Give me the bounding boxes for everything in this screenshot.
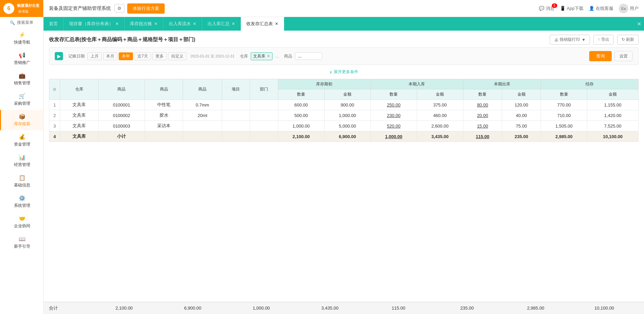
expand-conditions-button[interactable]: ∨ 展开更多条件 — [329, 68, 358, 76]
tab-close-icon[interactable]: ✕ — [193, 21, 196, 26]
cell-in-qty[interactable]: 250.00 — [370, 100, 417, 110]
sidebar-item-cooperation[interactable]: 🤝 企业协同 — [0, 212, 43, 232]
page-header: 收发存汇总表(按仓库＋商品编码＋商品＋规格型号＋项目＋部门) 🖨 拣销版打印 ▼… — [44, 31, 644, 45]
product-label: 商品 — [284, 53, 292, 59]
th-balance-group: 结存 — [541, 79, 639, 89]
refresh-button[interactable]: ↻ 刷新 — [617, 35, 639, 45]
th-settings[interactable]: ⚙ — [49, 79, 60, 100]
date-btn-this-month[interactable]: 本月 — [103, 52, 117, 60]
date-btn-this-year[interactable]: 本年 — [119, 52, 133, 60]
sidebar-item-purchase[interactable]: 🛒 采购管理 — [0, 89, 43, 110]
sidebar-item-label: 库存核算 — [14, 121, 30, 127]
cell-warehouse: 文具库 — [60, 121, 99, 131]
user-menu[interactable]: Ea 用户 — [619, 4, 639, 13]
online-service-label: 在线客服 — [596, 5, 613, 12]
download-icon: 📱 — [560, 6, 565, 11]
setting-button[interactable]: 设置 — [614, 51, 633, 61]
warehouse-more[interactable]: ... — [275, 54, 279, 59]
out-qty-link[interactable]: 20.00 — [477, 113, 488, 118]
th-opening-group: 库存期初 — [278, 79, 370, 89]
sidebar-item-system[interactable]: ⚙️ 系统管理 — [0, 192, 43, 212]
tab-batch[interactable]: 库存批次账 ✕ — [125, 17, 163, 31]
subtotal-empty2 — [183, 131, 222, 142]
cell-balance-qty: 770.00 — [541, 100, 587, 110]
cell-in-qty[interactable]: 230.00 — [370, 110, 417, 121]
tab-close-icon[interactable]: ✕ — [115, 21, 119, 26]
in-qty-link[interactable]: 230.00 — [387, 113, 400, 118]
app-download-button[interactable]: 📱 App下载 — [560, 5, 583, 12]
tab-home[interactable]: 首页 — [44, 17, 64, 31]
sidebar-item-guide[interactable]: 📖 新手引导 — [0, 232, 43, 253]
sales-icon: 💼 — [19, 72, 26, 79]
date-btn-more[interactable]: 更多 — [152, 52, 167, 60]
notification-button[interactable]: 💬 消息 6 — [539, 5, 555, 12]
tab-inventory-dist[interactable]: 现存量（库存分布表） ✕ — [64, 17, 125, 31]
cell-product-spec: 0.7mm — [183, 100, 222, 110]
product-filter-group: 商品 ... — [284, 52, 322, 60]
experience-button[interactable]: 体验行业方案 — [127, 3, 165, 14]
date-buttons: 上月 本月 本年 近7天 更多 自定义 — [87, 52, 186, 60]
print-icon: 🖨 — [554, 37, 558, 42]
out-qty-link[interactable]: 15.00 — [477, 123, 488, 129]
tab-flow[interactable]: 出入库流水 ✕ — [163, 17, 202, 31]
cell-opening-qty: 1,000.00 — [278, 121, 324, 131]
search-icon: 🔍 — [10, 20, 15, 25]
cell-out-qty[interactable]: 15.00 — [463, 121, 502, 131]
filter-right-actions: 查询 设置 — [589, 51, 633, 61]
tab-bar-close-icon[interactable]: ✕ — [637, 21, 641, 27]
sidebar-item-operations[interactable]: 📊 经营管理 — [0, 151, 43, 171]
tab-summary[interactable]: 出入库汇总 ✕ — [202, 17, 241, 31]
cell-in-qty[interactable]: 520.00 — [370, 121, 417, 131]
date-btn-custom[interactable]: 自定义 — [168, 52, 186, 60]
sidebar-item-inventory[interactable]: 📦 库存核算 — [0, 110, 43, 130]
cell-department — [250, 100, 278, 110]
tab-close-icon[interactable]: ✕ — [232, 21, 235, 26]
filter-toggle-button[interactable]: ▶ — [55, 52, 63, 60]
cell-in-amt: 2,600.00 — [417, 121, 463, 131]
date-btn-7days[interactable]: 近7天 — [134, 52, 151, 60]
tab-receive-summary[interactable]: 收发存汇总表 ✕ — [241, 17, 284, 31]
tab-close-icon[interactable]: ✕ — [154, 21, 158, 26]
cell-product-name: 胶水 — [145, 110, 183, 121]
subtotal-empty — [145, 131, 183, 142]
table-row: 2 文具库 0100002 胶水 20ml 500.00 1,000.00 23… — [49, 110, 639, 121]
sidebar-item-search[interactable]: 🔍 搜索菜单 — [0, 17, 43, 28]
cell-out-qty[interactable]: 20.00 — [463, 110, 502, 121]
cell-out-qty[interactable]: 80.00 — [463, 100, 502, 110]
print-button[interactable]: 🖨 拣销版打印 ▼ — [550, 35, 590, 45]
column-settings-icon[interactable]: ⚙ — [53, 87, 56, 92]
expand-section: ∨ 展开更多条件 — [44, 68, 644, 76]
in-qty-link[interactable]: 520.00 — [387, 123, 400, 129]
page-actions: 🖨 拣销版打印 ▼ ↑ 导出 ↻ 刷新 — [550, 35, 639, 45]
subtotal-in-qty-link[interactable]: 1,000.00 — [385, 134, 402, 139]
subtotal-out-qty-link[interactable]: 115.00 — [476, 134, 490, 139]
sidebar-item-quick-nav[interactable]: ⚡ 快捷导航 — [0, 28, 43, 49]
sidebar-item-finance[interactable]: 💰 资金管理 — [0, 130, 43, 151]
sidebar-item-basic-info[interactable]: 📋 基础信息 — [0, 171, 43, 192]
notification-icon: 💬 — [539, 6, 544, 11]
warehouse-tag-close[interactable]: ✕ — [267, 54, 270, 59]
out-qty-link[interactable]: 80.00 — [477, 102, 488, 108]
sidebar-item-label: 系统管理 — [14, 203, 30, 209]
in-qty-link[interactable]: 250.00 — [387, 102, 400, 108]
date-btn-last-month[interactable]: 上月 — [87, 52, 102, 60]
tab-close-icon[interactable]: ✕ — [275, 21, 278, 26]
cell-in-amt: 460.00 — [417, 110, 463, 121]
sidebar: 6 畅捷通好生意 标准版 🔍 搜索菜单 ⚡ 快捷导航 📢 营销推广 💼 销售管理… — [0, 0, 44, 314]
sidebar-item-sales[interactable]: 💼 销售管理 — [0, 69, 43, 89]
product-select[interactable]: ... — [295, 52, 322, 60]
cell-product-code: 0100001 — [98, 100, 145, 110]
export-button[interactable]: ↑ 导出 — [593, 35, 613, 45]
query-button[interactable]: 查询 — [589, 51, 612, 61]
top-header: 装备及固定资产辅助管理系统 ⚙ 体验行业方案 💬 消息 6 📱 App下载 👤 … — [44, 0, 644, 17]
th-balance-qty: 数量 — [541, 89, 587, 100]
settings-button[interactable]: ⚙ — [114, 4, 125, 13]
online-service-button[interactable]: 👤 在线客服 — [589, 5, 613, 12]
sidebar-item-marketing[interactable]: 📢 营销推广 — [0, 49, 43, 69]
subtotal-opening-qty: 2,100.00 — [278, 131, 324, 142]
tab-label: 库存批次账 — [130, 21, 152, 27]
cell-department — [250, 121, 278, 131]
cell-opening-qty: 600.00 — [278, 100, 324, 110]
warehouse-tag[interactable]: 文具库 ✕ — [251, 52, 273, 60]
operations-icon: 📊 — [19, 154, 26, 161]
